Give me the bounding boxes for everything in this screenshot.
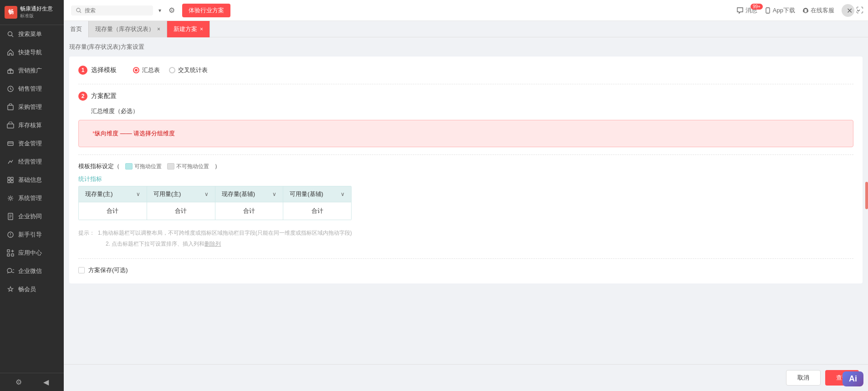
logo-icon: 畅 [5,6,17,19]
sidebar-item-inventory[interactable]: 库存核算 [0,116,64,134]
stat-col-1-header[interactable]: 现存量(主) ∨ [79,186,147,202]
indicator-legend-row: 模板指标设定（ 可拖动位置 不可拖动位置 ） [78,162,853,170]
content-area: 现存量(库存状况表)方案设置 1 选择模板 汇总表 交叉统计表 [64,37,868,364]
divider-1 [78,84,853,84]
sidebar-item-sales[interactable]: 销售管理 [0,80,64,98]
basic-icon [6,176,15,184]
settings-card: 1 选择模板 汇总表 交叉统计表 [69,57,863,283]
search-input[interactable] [85,7,139,14]
tab-new-plan[interactable]: 新建方案 × [167,21,210,37]
legend-draggable: 可拖动位置 [125,163,162,170]
tab-inventory-status[interactable]: 现存量（库存状况表） × [89,21,167,37]
stat-table-header: 现存量(主) ∨ 合计 可用量(主) ∨ 合计 [79,186,351,220]
chevron-down-icon-1: ∨ [136,191,140,197]
stat-col-3-header[interactable]: 现存量(基辅) ∨ [215,186,283,202]
tab-new-plan-label: 新建方案 [174,25,197,33]
stat-col-1-label: 现存量(主) [85,190,113,198]
finance-icon [6,139,15,148]
search-box[interactable] [71,5,153,15]
sidebar-item-basic[interactable]: 基础信息 [0,171,64,189]
ai-badge[interactable]: Ai [842,371,863,386]
stat-col-4-body: 合计 [283,202,351,220]
collapse-icon[interactable]: ◀ [43,378,49,386]
indicator-label-text: 模板指标设定（ [78,162,120,170]
trial-button[interactable]: 体验行业方案 [182,4,230,17]
tab-close-new-plan[interactable]: × [200,26,203,32]
online-service-button[interactable]: 在线客服 [802,6,834,15]
radio-summary-label: 汇总表 [142,66,160,74]
sidebar-item-label: 库存核算 [18,121,42,129]
indicator-label-suffix: ） [214,162,220,170]
settings-icon[interactable]: ⚙ [168,6,175,15]
svg-rect-8 [8,142,13,145]
save-checkbox[interactable] [78,267,85,273]
sidebar-item-quicknav[interactable]: 快捷导航 [0,43,64,62]
svg-rect-29 [807,10,808,12]
tips-section: 提示： 1.拖动标题栏可以调整布局，不可跨维度或指标区域拖动栏目字段(只能在同一… [78,227,853,249]
step1-header: 1 选择模板 汇总表 交叉统计表 [78,66,853,75]
headset-icon [802,7,809,14]
stat-col-3-label: 现存量(基辅) [222,190,255,198]
legend-non-draggable-label: 不可拖动位置 [176,163,209,170]
sales-icon [6,85,15,93]
warning-area: *纵向维度 —— 请选择分组维度 [78,120,853,147]
sidebar-item-search[interactable]: 搜索菜单 [0,25,64,43]
stat-col-4: 可用量(基辅) ∨ 合计 [283,186,351,220]
non-draggable-box [167,163,174,170]
stat-col-2: 可用量(主) ∨ 合计 [147,186,215,220]
svg-rect-12 [11,180,13,183]
radio-summary-dot [133,67,139,73]
gift-icon [6,67,15,75]
sidebar-item-newguide[interactable]: 新手引导 [0,226,64,244]
stat-col-4-header[interactable]: 可用量(基辅) ∨ [283,186,351,202]
sidebar-item-appcenter[interactable]: 应用中心 [0,244,64,262]
svg-rect-10 [11,177,13,180]
sidebar-item-wechat[interactable]: 企业微信 [0,262,64,280]
required-star: * [92,130,95,137]
stat-col-2-label: 可用量(主) [153,190,181,198]
tab-close-inventory[interactable]: × [157,26,160,32]
main-content: ▾ ⚙ 体验行业方案 消息 99+ App下载 在线客服 [64,0,868,391]
radio-summary[interactable]: 汇总表 [133,66,160,74]
sidebar-menu: 搜索菜单 快捷导航 营销推广 销售管理 采购管理 [0,25,64,373]
sidebar-item-label: 资金管理 [18,139,42,148]
search-icon [76,7,82,14]
sidebar-footer: ⚙ ◀ [0,373,64,391]
sidebar-item-member[interactable]: 畅会员 [0,280,64,298]
search-dropdown[interactable]: ▾ [158,7,161,14]
app-download-button[interactable]: App下载 [765,6,795,15]
svg-rect-25 [766,8,770,13]
divider-2 [78,154,853,155]
draggable-box [125,163,133,170]
cancel-button[interactable]: 取消 [786,370,821,386]
stat-col-3: 现存量(基辅) ∨ 合计 [215,186,284,220]
svg-point-23 [77,8,80,12]
sidebar-item-contract[interactable]: 企业协同 [0,207,64,226]
svg-rect-22 [7,250,10,252]
topbar: ▾ ⚙ 体验行业方案 消息 99+ App下载 在线客服 [64,0,868,21]
sidebar-item-label: 快捷导航 [18,48,42,57]
sidebar-item-operation[interactable]: 经营管理 [0,153,64,171]
sidebar-item-purchase[interactable]: 采购管理 [0,98,64,116]
message-icon [736,7,744,14]
settings-bottom-icon[interactable]: ⚙ [15,378,22,386]
sidebar-item-finance[interactable]: 资金管理 [0,134,64,153]
step1-section: 1 选择模板 汇总表 交叉统计表 [78,66,853,75]
stat-col-2-header[interactable]: 可用量(主) ∨ [147,186,215,202]
legend-draggable-label: 可拖动位置 [134,163,162,170]
message-button[interactable]: 消息 99+ [736,6,757,15]
operation-icon [6,158,15,166]
chevron-down-icon-3: ∨ [272,191,276,197]
template-options: 汇总表 交叉统计表 [133,66,208,74]
stat-col-4-label: 可用量(基辅) [290,190,323,198]
tab-home[interactable]: 首页 [64,21,89,37]
sidebar-item-marketing[interactable]: 营销推广 [0,62,64,80]
close-icon[interactable]: ✕ [847,6,853,15]
logo-text: 畅康通好生意 标准版 [20,5,53,19]
expand-icon[interactable]: ⛶ [856,6,863,15]
radio-crosstab[interactable]: 交叉统计表 [169,66,208,74]
statistics-table: 现存量(主) ∨ 合计 可用量(主) ∨ 合计 [78,186,352,220]
appcenter-icon [6,249,15,257]
svg-rect-20 [7,254,10,256]
sidebar-item-system[interactable]: 系统管理 [0,189,64,207]
